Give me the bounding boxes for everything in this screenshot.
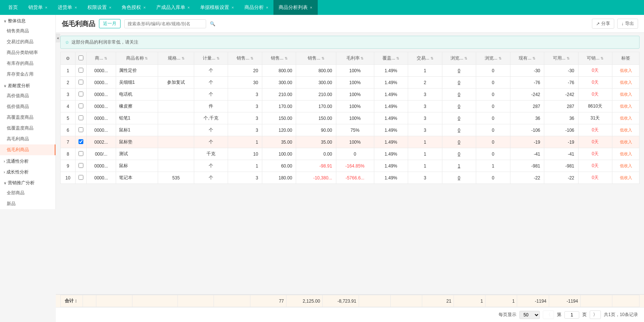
row-browse1[interactable]: 0 xyxy=(442,65,476,77)
sidebar-item-sales-products[interactable]: 销售类商品 xyxy=(0,26,55,36)
sidebar-item-low-coverage[interactable]: 低覆盖度商品 xyxy=(0,123,55,134)
col-checkbox[interactable] xyxy=(76,52,87,65)
sidebar-item-category-rate[interactable]: 商品分类助销率 xyxy=(0,47,55,58)
share-button[interactable]: ↗ 分享 xyxy=(592,19,614,29)
row-select-checkbox[interactable] xyxy=(79,151,83,156)
nav-permissions[interactable]: 权限设置 × xyxy=(82,0,116,15)
close-product-entry-tab[interactable]: × xyxy=(188,5,190,10)
row-checkbox[interactable] xyxy=(76,172,87,184)
col-sales-qty[interactable]: 销售... xyxy=(228,52,262,65)
row-browse1[interactable]: 0 xyxy=(442,124,476,136)
nav-roles[interactable]: 角色授权 × xyxy=(116,0,151,15)
next-page-button[interactable]: 〉 xyxy=(590,310,601,319)
row-checkbox[interactable] xyxy=(76,65,87,77)
row-browse1[interactable]: 1 xyxy=(442,160,476,172)
row-browse1[interactable]: 0 xyxy=(442,172,476,184)
close-template-tab[interactable]: × xyxy=(231,5,234,10)
row-select-checkbox[interactable] xyxy=(79,115,83,120)
row-checkbox[interactable] xyxy=(76,77,87,89)
close-sales-tab[interactable]: × xyxy=(45,5,47,10)
sidebar-item-stock-funds[interactable]: 库存资金占用 xyxy=(0,69,55,80)
row-select-checkbox[interactable] xyxy=(79,163,83,168)
sidebar-item-high-value[interactable]: 高价值商品 xyxy=(0,90,55,101)
col-sales-profit[interactable]: 销售... xyxy=(296,52,336,65)
export-button[interactable]: ↓ 导出 xyxy=(617,19,638,29)
total-available: -1194 xyxy=(549,295,580,307)
row-select-checkbox[interactable] xyxy=(79,139,83,144)
sidebar-group-overview[interactable]: ∨ 整体信息 xyxy=(0,15,55,26)
row-select-checkbox[interactable] xyxy=(79,103,83,108)
sidebar-item-all-products[interactable]: 全部商品 xyxy=(0,188,55,198)
sidebar-item-high-margin[interactable]: 高毛利商品 xyxy=(0,134,55,144)
row-browse1[interactable]: 0 xyxy=(442,112,476,124)
row-checkbox[interactable] xyxy=(76,136,87,148)
row-select-checkbox[interactable] xyxy=(79,92,83,96)
row-browse1[interactable]: 0 xyxy=(442,77,476,89)
close-analysis-tab[interactable]: × xyxy=(266,5,268,10)
sidebar-item-in-stock[interactable]: 有库存的商品 xyxy=(0,58,55,69)
sidebar-collapse-button[interactable]: « xyxy=(56,34,60,42)
row-checkbox[interactable] xyxy=(76,148,87,160)
page-number-input[interactable] xyxy=(564,311,579,319)
sidebar-group-circulation[interactable]: › 流通性分析 xyxy=(0,155,55,166)
close-purchase-tab[interactable]: × xyxy=(74,5,77,10)
close-roles-tab[interactable]: × xyxy=(143,5,145,10)
close-permissions-tab[interactable]: × xyxy=(109,5,111,10)
prev-page-button[interactable]: 〈 xyxy=(543,310,554,319)
col-spec[interactable]: 规格... xyxy=(158,52,194,65)
row-select-checkbox[interactable] xyxy=(79,80,83,85)
data-table: ⚙ 商... 商品名称 规格... 计量... 销售... 销售... 销售..… xyxy=(60,52,640,184)
row-select-checkbox[interactable] xyxy=(79,127,83,132)
nav-product-entry[interactable]: 产成品入库单 × xyxy=(151,0,195,15)
row-select-checkbox[interactable] xyxy=(79,68,83,73)
col-name[interactable]: 商品名称 xyxy=(116,52,158,65)
row-checkbox[interactable] xyxy=(76,112,87,124)
page-size-select[interactable]: 50 100 200 xyxy=(519,311,540,319)
sidebar-item-high-coverage[interactable]: 高覆盖度商品 xyxy=(0,112,55,123)
col-browse1[interactable]: 浏览... xyxy=(442,52,476,65)
row-code: 0000... xyxy=(87,172,116,184)
search-icon[interactable]: 🔍 xyxy=(210,21,215,26)
search-input[interactable] xyxy=(124,19,206,28)
sidebar-item-low-margin[interactable]: 低毛利商品 xyxy=(0,144,55,155)
nav-purchase[interactable]: 进货单 × xyxy=(52,0,82,15)
row-checkbox[interactable] xyxy=(76,101,87,112)
nav-template-settings[interactable]: 单据模板设置 × xyxy=(195,0,239,15)
row-select-checkbox[interactable] xyxy=(79,175,83,180)
row-gross-rate: 100% xyxy=(336,136,374,148)
row-browse1[interactable]: 0 xyxy=(442,89,476,101)
close-analysis-list-tab[interactable]: × xyxy=(310,5,312,10)
nav-product-analysis[interactable]: 商品分析 × xyxy=(239,0,273,15)
sidebar-group-marketing[interactable]: ∨ 营销推广分析 xyxy=(0,177,55,188)
nav-analysis-list[interactable]: 商品分析列表 × xyxy=(273,0,317,15)
col-coverage[interactable]: 覆盖... xyxy=(374,52,408,65)
nav-home[interactable]: 首页 xyxy=(3,0,23,15)
sidebar-item-traded[interactable]: 交易过的商品 xyxy=(0,36,55,47)
col-available[interactable]: 可用... xyxy=(544,52,579,65)
col-settings[interactable]: ⚙ xyxy=(61,52,76,65)
sidebar-group-growth[interactable]: › 成长性分析 xyxy=(0,166,55,177)
select-all-checkbox[interactable] xyxy=(79,55,83,60)
row-browse1[interactable]: 0 xyxy=(442,136,476,148)
row-transactions: 1 xyxy=(408,148,442,160)
sidebar-item-low-value[interactable]: 低价值商品 xyxy=(0,101,55,112)
col-current-stock[interactable]: 现有... xyxy=(510,52,544,65)
row-sales-price: 210.00 xyxy=(262,89,296,101)
col-unit[interactable]: 计量... xyxy=(194,52,228,65)
row-checkbox[interactable] xyxy=(76,160,87,172)
col-browse2[interactable]: 浏览... xyxy=(476,52,510,65)
col-gross-rate[interactable]: 毛利率 xyxy=(336,52,374,65)
col-code[interactable]: 商... xyxy=(87,52,116,65)
nav-sales[interactable]: 销货单 × xyxy=(23,0,52,15)
row-browse1[interactable]: 0 xyxy=(442,101,476,112)
sidebar-item-new-products[interactable]: 新品 xyxy=(0,198,55,209)
row-checkbox[interactable] xyxy=(76,124,87,136)
col-sales-price[interactable]: 销售... xyxy=(262,52,296,65)
row-checkbox[interactable] xyxy=(76,89,87,101)
col-transactions[interactable]: 交易... xyxy=(408,52,442,65)
date-filter-button[interactable]: 近一月 xyxy=(99,19,121,28)
sidebar-group-abc[interactable]: ∨ 差耐度分析 xyxy=(0,80,55,90)
row-tag: 低收入 xyxy=(612,124,640,136)
row-browse1[interactable]: 0 xyxy=(442,148,476,160)
col-saleable[interactable]: 可销... xyxy=(578,52,612,65)
